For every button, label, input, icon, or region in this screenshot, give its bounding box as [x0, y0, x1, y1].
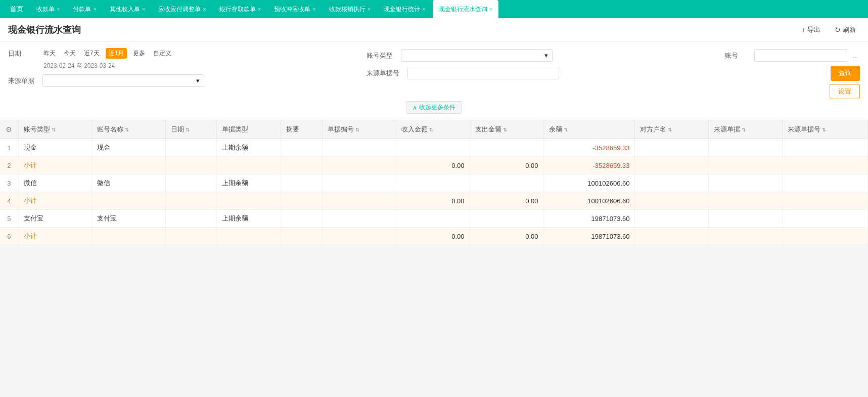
close-icon[interactable]: ×	[422, 6, 425, 12]
date-opt-today[interactable]: 今天	[62, 48, 78, 59]
th-expense[interactable]: 支出金额⇅	[470, 120, 543, 139]
td-doc-type	[217, 157, 281, 174]
filter-row-source-doc: 来源单据 ▾	[8, 74, 358, 87]
source-doc-label: 来源单据	[8, 76, 34, 85]
td-income	[396, 139, 470, 157]
td-expense: 0.00	[470, 228, 543, 245]
th-source-doc-no[interactable]: 来源单据号⇅	[783, 120, 868, 139]
td-doc-no	[322, 228, 396, 245]
sort-icon: ⇅	[52, 127, 56, 133]
close-icon[interactable]: ×	[57, 6, 60, 12]
td-summary	[281, 157, 323, 174]
date-opt-more[interactable]: 更多	[131, 48, 147, 59]
close-icon[interactable]: ×	[312, 6, 315, 12]
td-date	[166, 174, 217, 192]
td-date	[166, 228, 217, 245]
page-header: 现金银行流水查询 ↑ 导出 ↻ 刷新	[0, 18, 868, 42]
td-balance: 19871073.60	[543, 228, 635, 245]
th-date[interactable]: 日期⇅	[166, 120, 217, 139]
close-icon[interactable]: ×	[142, 6, 145, 12]
table-row[interactable]: 1 现金 现金 上期余额 -3528659.33	[0, 139, 868, 157]
settings-button[interactable]: 设置	[830, 84, 860, 99]
th-source-doc[interactable]: 来源单据⇅	[709, 120, 783, 139]
td-balance: -3528659.33	[543, 157, 635, 174]
td-counterpart	[635, 139, 709, 157]
nav-tab-付款单[interactable]: 付款单 ×	[67, 0, 102, 18]
close-icon[interactable]: ×	[203, 6, 206, 12]
nav-tab-现金银行流水查询[interactable]: 现金银行流水查询 ×	[433, 0, 498, 18]
td-doc-no	[322, 157, 396, 174]
td-account-name: 微信	[92, 174, 166, 192]
td-source-doc-no	[783, 174, 868, 192]
th-counterpart[interactable]: 对方户名⇅	[635, 120, 709, 139]
close-icon[interactable]: ×	[489, 6, 492, 12]
td-account-type: 现金	[18, 139, 92, 157]
source-doc-no-label: 来源单据号	[367, 69, 399, 78]
td-doc-type	[217, 228, 281, 245]
source-doc-no-input[interactable]	[407, 67, 559, 79]
td-account-type: 小计	[18, 192, 92, 210]
td-account-name	[92, 192, 166, 210]
sort-icon: ⇅	[668, 127, 672, 133]
collapse-button[interactable]: ∧ 收起更多条件	[406, 101, 462, 114]
td-counterpart	[635, 157, 709, 174]
td-balance: 100102606.60	[543, 192, 635, 210]
th-summary[interactable]: 摘要	[281, 120, 323, 139]
sort-icon: ⇅	[186, 127, 190, 133]
account-type-select[interactable]: ▾	[401, 49, 553, 62]
td-doc-no	[322, 139, 396, 157]
td-num: 1	[0, 139, 18, 157]
table-row[interactable]: 3 微信 微信 上期余额 100102606.60	[0, 174, 868, 192]
query-button[interactable]: 查询	[831, 66, 860, 81]
date-options: 昨天 今天 近7天 近1月 更多 自定义	[41, 48, 173, 59]
date-opt-yesterday[interactable]: 昨天	[41, 48, 58, 59]
td-doc-type: 上期余额	[217, 174, 281, 192]
td-source-doc	[709, 139, 783, 157]
td-balance: -3528659.33	[543, 139, 635, 157]
th-settings[interactable]: ⚙	[0, 120, 18, 139]
th-doc-type[interactable]: 单据类型	[217, 120, 281, 139]
nav-tab-收款单[interactable]: 收款单 ×	[30, 0, 66, 18]
close-icon[interactable]: ×	[258, 6, 261, 12]
nav-tab-应收应付调整单[interactable]: 应收应付调整单 ×	[152, 0, 212, 18]
export-button[interactable]: ↑ 导出	[798, 23, 825, 36]
td-account-name	[92, 157, 166, 174]
td-num: 2	[0, 157, 18, 174]
nav-tab-收款核销执行[interactable]: 收款核销执行 ×	[323, 0, 377, 18]
th-doc-no[interactable]: 单据编号⇅	[322, 120, 396, 139]
date-opt-custom[interactable]: 自定义	[151, 48, 173, 59]
account-type-label: 账号类型	[367, 51, 393, 60]
table-row[interactable]: 4 小计 0.00 0.00 100102606.60	[0, 192, 868, 210]
source-doc-select[interactable]: ▾	[42, 74, 204, 87]
nav-tab-预收冲应收单[interactable]: 预收冲应收单 ×	[268, 0, 322, 18]
table-row[interactable]: 6 小计 0.00 0.00 19871073.60	[0, 228, 868, 245]
td-date	[166, 192, 217, 210]
td-doc-no	[322, 174, 396, 192]
gear-icon[interactable]: ⚙	[6, 125, 12, 134]
table-row[interactable]: 2 小计 0.00 0.00 -3528659.33	[0, 157, 868, 174]
close-icon[interactable]: ×	[93, 6, 96, 12]
date-range: 2023-02-24 至 2023-03-24	[43, 62, 115, 69]
date-opt-7days[interactable]: 近7天	[82, 48, 102, 59]
td-source-doc	[709, 228, 783, 245]
table-row[interactable]: 5 支付宝 支付宝 上期余额 19871073.60	[0, 210, 868, 228]
nav-tab-银行存取款单[interactable]: 银行存取款单 ×	[213, 0, 267, 18]
refresh-button[interactable]: ↻ 刷新	[831, 23, 860, 36]
collapse-row: ∧ 收起更多条件	[8, 101, 860, 114]
th-balance[interactable]: 余额⇅	[543, 120, 635, 139]
th-account-type[interactable]: 账号类型⇅	[18, 120, 92, 139]
account-input[interactable]	[754, 49, 848, 62]
th-income[interactable]: 收入金额⇅	[396, 120, 470, 139]
close-icon[interactable]: ×	[368, 6, 371, 12]
page-title: 现金银行流水查询	[8, 24, 81, 36]
nav-home[interactable]: 首页	[4, 5, 29, 14]
table-body: 1 现金 现金 上期余额 -3528659.33 2 小计 0.00 0.00 …	[0, 139, 868, 245]
sort-icon: ⇅	[742, 127, 746, 133]
th-account-name[interactable]: 账号名称⇅	[92, 120, 166, 139]
nav-tab-其他收入单[interactable]: 其他收入单 ×	[104, 0, 151, 18]
more-button[interactable]: ...	[850, 52, 860, 59]
td-account-type: 支付宝	[18, 210, 92, 228]
date-opt-1month[interactable]: 近1月	[106, 48, 127, 59]
nav-tab-现金银行统计[interactable]: 现金银行统计 ×	[378, 0, 431, 18]
td-source-doc-no	[783, 210, 868, 228]
